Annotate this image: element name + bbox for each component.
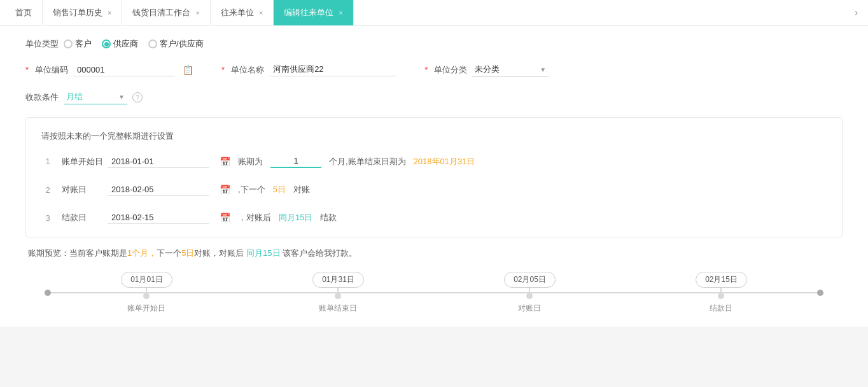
payment-terms-value: 月结 — [66, 91, 115, 102]
unit-category-group: * 单位分类 未分类 ▼ — [424, 62, 549, 77]
radio-supplier-circle — [102, 39, 111, 48]
preview-highlight2: 5日 — [181, 248, 194, 258]
preview-highlight1: 1个月， — [127, 248, 157, 258]
timeline-dot-3 — [526, 293, 533, 299]
timeline-badge-4: 02月15日 — [696, 272, 747, 288]
row-1-period-input[interactable] — [270, 155, 321, 168]
timeline-label-1: 账单开始日 — [127, 303, 165, 314]
row-2-date-input[interactable] — [108, 183, 209, 196]
row-3-date-input[interactable] — [108, 211, 209, 224]
row-3-num: 3 — [41, 213, 54, 223]
tab-home-label: 首页 — [15, 7, 32, 18]
unit-name-group: * 单位名称 — [221, 64, 396, 76]
tab-cash-work-label: 钱货日清工作台 — [132, 7, 190, 18]
payment-terms-select[interactable]: 月结 ▼ — [64, 90, 127, 104]
row-1-label: 账单开始日 — [62, 156, 100, 167]
unit-category-star: * — [424, 65, 428, 74]
row-1-num: 1 — [41, 157, 54, 166]
tab-edit-partner[interactable]: 编辑往来单位 × — [274, 0, 353, 25]
unit-name-input[interactable] — [269, 64, 396, 76]
payment-terms-help[interactable]: ? — [132, 92, 143, 102]
payment-terms-row: 收款条件 月结 ▼ ? — [25, 90, 843, 104]
radio-both-label: 客户/供应商 — [160, 38, 204, 50]
tabs-bar: 首页 销售订单历史 × 钱货日清工作台 × 往来单位 × 编辑往来单位 × › — [0, 0, 868, 25]
tab-home[interactable]: 首页 — [5, 0, 43, 25]
row-1-period-highlight: 2018年01月31日 — [414, 156, 475, 167]
row-1-period-suffix: 个月,账单结束日期为 — [329, 156, 406, 167]
radio-customer-circle — [64, 39, 73, 48]
tab-sales-history[interactable]: 销售订单历史 × — [43, 0, 122, 25]
unit-info-row: * 单位编码 📋 * 单位名称 * 单位分类 未分类 ▼ — [25, 62, 843, 77]
timeline-right-dot — [817, 290, 823, 296]
preview-prefix: 账期预览：当前客户账期是 — [28, 248, 127, 258]
timeline: 01月01日 账单开始日 01月31日 账单结束日 02月05日 — [25, 272, 843, 314]
timeline-stem-3 — [529, 288, 530, 293]
radio-customer[interactable]: 客户 — [64, 38, 92, 50]
radio-both-circle — [148, 39, 157, 48]
unit-type-row: 单位类型 客户 供应商 客户/供应商 — [25, 38, 843, 50]
preview-highlight3: 同月15日 — [246, 248, 280, 258]
tab-edit-partner-close[interactable]: × — [339, 9, 342, 17]
tab-cash-work-close[interactable]: × — [195, 9, 199, 17]
row-2-highlight: 5日 — [273, 184, 286, 195]
unit-category-label: 单位分类 — [434, 64, 467, 76]
timeline-badge-1: 01月01日 — [121, 272, 172, 288]
timeline-label-2: 账单结束日 — [319, 303, 357, 314]
unit-name-star: * — [221, 65, 225, 74]
payment-terms-arrow: ▼ — [118, 94, 125, 101]
tab-sales-history-label: 销售订单历史 — [53, 7, 102, 18]
row-2-desc-suffix: 对账 — [293, 184, 310, 195]
unit-type-label: 单位类型 — [25, 38, 59, 50]
settings-title: 请按照未来的一个完整帐期进行设置 — [41, 130, 827, 142]
row-1-date-input[interactable] — [108, 155, 209, 168]
unit-type-radio-group: 客户 供应商 客户/供应商 — [64, 38, 204, 50]
payment-terms-group: 收款条件 月结 ▼ ? — [25, 90, 143, 104]
timeline-dot-4 — [718, 293, 724, 299]
preview-text: 账期预览：当前客户账期是1个月，下一个5日对账，对账后 同月15日 该客户会给我… — [25, 248, 843, 259]
tab-partner-units[interactable]: 往来单位 × — [211, 0, 274, 25]
unit-code-group: * 单位编码 📋 — [25, 64, 193, 76]
unit-category-select[interactable]: 未分类 ▼ — [472, 62, 549, 77]
timeline-dot-2 — [335, 293, 341, 299]
setting-row-1: 1 账单开始日 📅 账期为 个月,账单结束日期为 2018年01月31日 — [41, 155, 827, 168]
timeline-point-2: 01月31日 账单结束日 — [312, 272, 364, 314]
unit-code-input[interactable] — [73, 64, 175, 76]
setting-row-3: 3 结款日 📅 ，对账后同月15日结款 — [41, 211, 827, 224]
tab-partner-units-close[interactable]: × — [259, 9, 263, 17]
timeline-stem-1 — [146, 288, 147, 293]
tabs-more-arrow[interactable]: › — [850, 7, 863, 18]
timeline-stem-4 — [720, 288, 722, 293]
radio-customer-label: 客户 — [75, 38, 92, 50]
row-1-period-prefix: 账期为 — [238, 156, 263, 167]
row-2-num: 2 — [41, 185, 54, 195]
settings-box: 请按照未来的一个完整帐期进行设置 1 账单开始日 📅 账期为 个月,账单结束日期… — [25, 117, 843, 237]
row-3-highlight: 同月15日 — [279, 212, 312, 223]
timeline-point-3: 02月05日 对账日 — [504, 272, 556, 314]
timeline-badge-2: 01月31日 — [312, 272, 364, 288]
row-3-label: 结款日 — [62, 212, 100, 223]
payment-terms-label: 收款条件 — [25, 92, 59, 103]
row-3-desc-prefix: ，对账后 — [238, 212, 271, 223]
row-3-calendar-icon[interactable]: 📅 — [220, 213, 230, 223]
row-2-calendar-icon[interactable]: 📅 — [220, 185, 230, 195]
unit-type-group: 单位类型 客户 供应商 客户/供应商 — [25, 38, 204, 50]
preview-suffix: 该客户会给我打款。 — [283, 248, 357, 258]
timeline-point-1: 01月01日 账单开始日 — [121, 272, 172, 314]
timeline-left-dot — [45, 290, 51, 296]
radio-supplier[interactable]: 供应商 — [102, 38, 138, 50]
setting-row-2: 2 对账日 📅 ,下一个5日对账 — [41, 183, 827, 196]
timeline-points: 01月01日 账单开始日 01月31日 账单结束日 02月05日 — [51, 272, 817, 314]
radio-supplier-label: 供应商 — [113, 38, 138, 50]
tab-partner-units-label: 往来单位 — [221, 7, 254, 18]
row-3-desc-suffix: 结款 — [320, 212, 337, 223]
unit-category-arrow: ▼ — [540, 66, 546, 73]
row-2-label: 对账日 — [62, 184, 100, 195]
row-1-calendar-icon[interactable]: 📅 — [220, 157, 230, 167]
tab-sales-history-close[interactable]: × — [108, 9, 111, 17]
tab-cash-work[interactable]: 钱货日清工作台 × — [122, 0, 210, 25]
preview-middle: 下一个 — [157, 248, 181, 258]
unit-category-value: 未分类 — [475, 64, 536, 75]
unit-code-icon[interactable]: 📋 — [183, 65, 193, 75]
timeline-badge-3: 02月05日 — [504, 272, 556, 288]
radio-both[interactable]: 客户/供应商 — [148, 38, 204, 50]
